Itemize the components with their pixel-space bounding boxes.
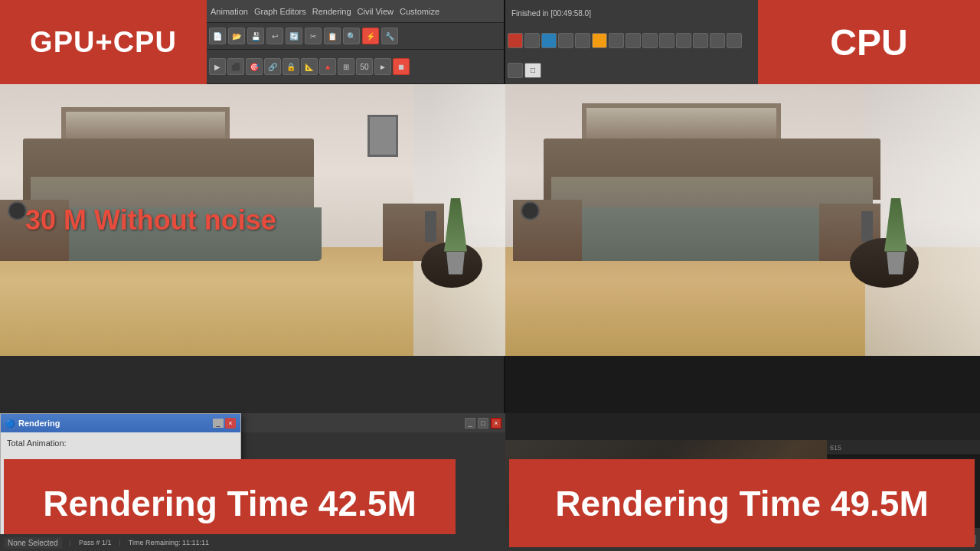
plant-pot: [444, 252, 467, 275]
cpu-label: CPU: [758, 0, 980, 84]
dialog-icon: 🔵: [5, 419, 15, 428]
left-bottom-controls: Rendering image (pass 25732) [00:41:58.4…: [0, 413, 505, 551]
left-toolbar: Animation Graph Editors Rendering Civil …: [207, 0, 504, 84]
rendering-time-text-left: Rendering Time 42.5M: [43, 483, 416, 524]
minimize-btn[interactable]: _: [465, 418, 475, 429]
right-tb-icon-8[interactable]: [626, 33, 641, 48]
toolbar-btn-1[interactable]: ▶: [209, 58, 226, 75]
noise-text: 30 M Without noise: [25, 204, 276, 236]
toolbar-icon-active[interactable]: ⚡: [362, 28, 379, 44]
toolbar-icon-1[interactable]: 📄: [209, 28, 226, 44]
left-bedroom-scene: 30 M Without noise: [0, 84, 505, 356]
timeline-label: 615: [830, 444, 841, 452]
right-tb-icon-11[interactable]: [676, 33, 691, 48]
pass-info: Pass # 1/1: [79, 539, 112, 546]
right-alarm-clock: [521, 201, 540, 220]
timeline-header: 615: [827, 440, 980, 455]
dialog-minimize[interactable]: _: [213, 419, 224, 428]
right-lamp: [861, 211, 873, 242]
right-tb-icon-12[interactable]: [693, 33, 708, 48]
status-divider-2: |: [119, 539, 120, 546]
right-toolbar: Finished in [00:49:58.0] □: [505, 0, 758, 84]
right-panel: CPU Finished in [00:49:58.0]: [505, 0, 980, 551]
right-tb-icon-2[interactable]: [524, 33, 540, 48]
maximize-btn[interactable]: □: [478, 418, 488, 429]
none-selected: None Selected: [4, 537, 62, 549]
close-btn[interactable]: ×: [491, 418, 501, 429]
dialog-titlebar: 🔵 Rendering _ ×: [1, 414, 240, 432]
left-toolbar-icons2: ▶ ⬛ 🎯 🔗 🔒 📐 🔺 ⊞ 50 ► ⏹: [207, 50, 504, 83]
gpu-cpu-label: GPU+CPU: [0, 0, 207, 84]
total-animation-label: Total Animation:: [7, 439, 234, 448]
right-tb-icon-10[interactable]: [659, 33, 675, 48]
finished-label: Finished in [00:49:58.0]: [511, 9, 591, 18]
small-frame: [368, 115, 398, 157]
toolbar-btn-5[interactable]: 🔒: [283, 58, 299, 75]
right-toolbar-icons: □: [505, 27, 758, 84]
right-tb-icon-9[interactable]: [642, 33, 658, 48]
toolbar-icon-5[interactable]: 🔄: [286, 28, 302, 44]
plant: [440, 198, 471, 275]
left-toolbar-icons-row: 📄 📂 💾 ↩ 🔄 ✂ 📋 🔍 ⚡ 🔧: [207, 23, 504, 50]
toolbar-icon-8[interactable]: 🔍: [343, 28, 360, 44]
right-tb-icon-15[interactable]: [508, 63, 523, 78]
gpu-cpu-text: GPU+CPU: [30, 26, 177, 59]
menu-customize[interactable]: Customize: [400, 7, 439, 16]
right-tb-icon-3[interactable]: [541, 33, 557, 48]
toolbar-btn-7[interactable]: 🔺: [319, 58, 336, 75]
left-status-bar: None Selected | Pass # 1/1 | Time Remain…: [0, 534, 505, 551]
right-tb-icon-13[interactable]: [710, 33, 725, 48]
toolbar-btn-6[interactable]: 📐: [301, 58, 318, 75]
maximize-view-btn[interactable]: □: [524, 63, 541, 78]
alarm-clock: [8, 201, 27, 220]
right-bottom-controls: 615 Rendering Time 49.5M ⏮ ◀ ▶ ▶| ⏭ X: 1…: [505, 413, 980, 551]
dialog-title: 🔵 Rendering: [5, 419, 60, 428]
rendering-time-right: Rendering Time 49.5M: [509, 459, 975, 547]
finished-text: Finished in [00:49:58.0]: [505, 0, 758, 27]
right-tb-icon-1[interactable]: [508, 33, 523, 48]
dialog-close-icon: ×: [228, 419, 232, 427]
toolbar-icon-9[interactable]: 🔧: [381, 28, 398, 44]
right-plant: [880, 198, 911, 275]
right-tb-icon-14[interactable]: [727, 33, 742, 48]
toolbar-btn-3[interactable]: 🎯: [246, 58, 263, 75]
dialog-title-text: Rendering: [18, 419, 60, 428]
menu-animation[interactable]: Animation: [211, 7, 248, 16]
right-tb-icon-7[interactable]: [609, 33, 624, 48]
toolbar-btn-8[interactable]: ⊞: [338, 58, 354, 75]
bed: [23, 139, 329, 261]
left-status-divider: |: [70, 539, 71, 546]
main-container: GPU+CPU Animation Graph Editors Renderin…: [0, 0, 980, 551]
toolbar-btn-10[interactable]: ►: [374, 58, 391, 75]
dialog-close-btn[interactable]: ×: [225, 418, 236, 429]
plant-stems: [444, 198, 467, 252]
menu-civil[interactable]: Civil View: [358, 7, 394, 16]
left-render-image: 30 M Without noise: [0, 84, 505, 356]
right-render-image: [505, 84, 980, 356]
toolbar-icon-4[interactable]: ↩: [266, 28, 283, 44]
left-toolbar-top: Animation Graph Editors Rendering Civil …: [207, 0, 504, 23]
toolbar-btn-2[interactable]: ⬛: [227, 58, 244, 75]
right-tb-icon-5[interactable]: [575, 33, 590, 48]
right-plant-pot: [884, 252, 907, 275]
toolbar-icon-7[interactable]: 📋: [324, 28, 341, 44]
lamp: [425, 211, 436, 242]
left-panel: GPU+CPU Animation Graph Editors Renderin…: [0, 0, 505, 551]
toolbar-icon-6[interactable]: ✂: [305, 28, 322, 44]
right-bedroom-scene: [505, 84, 980, 356]
right-plant-stems: [884, 198, 907, 252]
toolbar-btn-9[interactable]: 50: [356, 58, 373, 75]
toolbar-btn-4[interactable]: 🔗: [264, 58, 281, 75]
time-remaining: Time Remaining: 11:11:11: [129, 539, 209, 546]
toolbar-icon-2[interactable]: 📂: [228, 28, 245, 44]
menu-rendering[interactable]: Rendering: [312, 7, 351, 16]
total-animation-text: Total Animation:: [7, 439, 67, 448]
cpu-text: CPU: [830, 21, 907, 64]
right-tb-icon-4[interactable]: [558, 33, 573, 48]
menu-graph[interactable]: Graph Editors: [254, 7, 306, 16]
toolbar-btn-stop[interactable]: ⏹: [393, 58, 410, 75]
rendering-time-text-right: Rendering Time 49.5M: [555, 483, 928, 524]
toolbar-icon-3[interactable]: 💾: [247, 28, 264, 44]
right-tb-icon-6[interactable]: [592, 33, 607, 48]
